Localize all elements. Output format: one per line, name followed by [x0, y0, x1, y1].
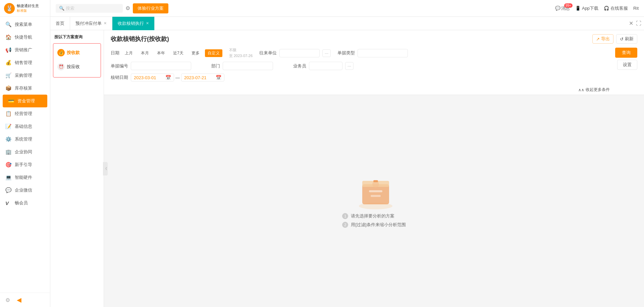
- sidebar-footer: ⚙ ◀: [0, 293, 50, 307]
- sidebar-item-operation[interactable]: 📋 经营管理: [0, 107, 50, 120]
- tabs-bar: 首页 预付冲应付单 ✕ 收款核销执行 ✕ ✕ ⛶: [50, 17, 644, 30]
- collection-icon: 💰: [57, 49, 65, 56]
- collapse-sidebar-btn[interactable]: ◀: [17, 296, 21, 304]
- tab-prepay-close[interactable]: ✕: [104, 21, 107, 25]
- basic-icon: 📝: [5, 123, 12, 130]
- sales-icon: 💰: [5, 60, 12, 66]
- left-panel-title: 按以下方案查询: [53, 34, 101, 40]
- sidebar: 🐰 畅捷通好生意 标准版 🔍 搜索菜单 🏠 快捷导航 📢 营销推广 💰 销售管理…: [0, 0, 50, 307]
- sidebar-item-search[interactable]: 🔍 搜索菜单: [0, 18, 50, 31]
- topbar: 🔍 搜索 ⚙ 体验行业方案 💬 消息 99+ 📱 App下载 🎧 在线客服 Ri…: [50, 0, 644, 17]
- sidebar-item-guide[interactable]: 🎯 新手引导: [0, 158, 50, 171]
- salesperson-dots-btn[interactable]: ···: [345, 62, 354, 70]
- sidebar-item-sales[interactable]: 💰 销售管理: [0, 56, 50, 69]
- setting-btn[interactable]: 设置: [617, 60, 637, 70]
- user-name: Rit: [633, 6, 639, 11]
- tab-expand-icon[interactable]: ⛶: [636, 20, 641, 27]
- topbar-gear-icon[interactable]: ⚙: [125, 5, 130, 11]
- sidebar-item-basic[interactable]: 📝 基础信息: [0, 120, 50, 133]
- export-btn[interactable]: ↗ 导出: [592, 34, 613, 44]
- sidebar-item-system[interactable]: ⚙️ 系统管理: [0, 133, 50, 146]
- counterparty-label: 往来单位: [259, 50, 277, 56]
- data-area: 1 请先选择要分析的方案 2 用[过滤]条件来缩小分析范围: [104, 95, 644, 307]
- calendar-start-icon[interactable]: 📅: [165, 75, 171, 80]
- hardware-icon: 💻: [5, 174, 12, 181]
- filter-actions: 查询 设置: [610, 48, 637, 70]
- query-btn[interactable]: 查询: [615, 48, 637, 58]
- tabs-actions: ✕ ⛶: [629, 20, 644, 27]
- tab-close-icon[interactable]: ✕: [629, 20, 633, 27]
- this-month-btn[interactable]: 本月: [138, 49, 152, 57]
- filter-by-collection[interactable]: 💰 按收款: [55, 46, 99, 59]
- user-area[interactable]: Rit: [633, 6, 639, 11]
- counterparty-input[interactable]: [279, 49, 320, 57]
- industry-btn[interactable]: 体验行业方案: [133, 3, 168, 13]
- dept-select[interactable]: [223, 62, 273, 70]
- sidebar-item-hardware[interactable]: 💻 智能硬件: [0, 171, 50, 184]
- filter-panel-box: 💰 按收款 ⏰ 按应收: [53, 43, 101, 78]
- write-off-start-input[interactable]: [134, 75, 164, 80]
- sidebar-item-quick-nav[interactable]: 🏠 快捷导航: [0, 31, 50, 44]
- sidebar-item-marketing[interactable]: 📢 营销推广: [0, 44, 50, 56]
- refresh-btn[interactable]: ↺ 刷新: [616, 34, 637, 44]
- hint-item-1: 1 请先选择要分析的方案: [342, 213, 406, 219]
- svg-rect-6: [373, 180, 378, 182]
- logo-icon: 🐰: [4, 3, 15, 14]
- doc-no-input[interactable]: [131, 62, 191, 70]
- page-title: 收款核销执行(按收款): [111, 35, 169, 43]
- content-area: 按以下方案查询 💰 按收款 ⏰ 按应收 《 收款核销执行(按收款): [50, 30, 644, 307]
- filter-by-receivable[interactable]: ⏰ 按应收: [55, 60, 99, 73]
- last-month-btn[interactable]: 上月: [122, 49, 136, 57]
- last-7-days-btn[interactable]: 近7天: [170, 49, 186, 57]
- topbar-search-area[interactable]: 🔍 搜索: [56, 4, 123, 13]
- write-off-start-field: 📅: [131, 73, 174, 82]
- tab-collection-close[interactable]: ✕: [146, 21, 149, 25]
- filter-row-3: 核销日期 📅 —: [111, 73, 610, 82]
- online-service-btn[interactable]: 🎧 在线客服: [604, 5, 628, 11]
- logo-area: 🐰 畅捷通好生意 标准版: [0, 0, 50, 17]
- this-year-btn[interactable]: 本年: [154, 49, 168, 57]
- salesperson-input[interactable]: [309, 62, 342, 70]
- service-icon: 🎧: [604, 6, 609, 11]
- panel-collapse-arrow[interactable]: 《: [103, 162, 108, 175]
- message-icon: 💬: [555, 6, 560, 11]
- custom-date-btn[interactable]: 自定义: [205, 49, 222, 57]
- page-actions: ↗ 导出 ↺ 刷新: [592, 34, 637, 44]
- sidebar-item-enterprise[interactable]: 🏢 企业协同: [0, 146, 50, 158]
- app-download-btn[interactable]: 📱 App下载: [575, 5, 598, 11]
- collapse-more-btn[interactable]: ∧∧ 收起更多条件: [111, 85, 610, 95]
- filter-row-1: 日期 上月 本月 本年 近7天 更多 自定义 不限: [111, 48, 610, 58]
- tab-home[interactable]: 首页: [50, 17, 70, 30]
- sidebar-item-member[interactable]: V 畅会员: [0, 197, 50, 209]
- sidebar-nav: 🔍 搜索菜单 🏠 快捷导航 📢 营销推广 💰 销售管理 🛒 采购管理 📦 库存核…: [0, 17, 50, 293]
- write-off-date-label: 核销日期: [111, 74, 128, 81]
- write-off-end-input[interactable]: [184, 75, 214, 80]
- sidebar-item-purchase[interactable]: 🛒 采购管理: [0, 69, 50, 82]
- logo-sub: 标准版: [17, 8, 39, 13]
- message-btn[interactable]: 💬 消息 99+: [555, 5, 570, 11]
- inventory-icon: 📦: [5, 85, 12, 91]
- sidebar-item-finance[interactable]: 💳 资金管理: [3, 95, 47, 107]
- counterparty-group: 往来单位 ···: [259, 49, 331, 57]
- sidebar-item-wechat[interactable]: 💬 企业微信: [0, 184, 50, 197]
- salesperson-label: 业务员: [293, 63, 306, 69]
- purchase-icon: 🛒: [5, 72, 12, 79]
- home-icon: 🏠: [5, 34, 12, 40]
- doc-type-select[interactable]: [358, 49, 408, 57]
- no-limit-area: 不限 至 2023-07-26: [229, 48, 253, 58]
- tab-collection[interactable]: 收款核销执行 ✕: [112, 17, 155, 30]
- message-badge: 99+: [564, 3, 573, 8]
- refresh-icon: ↺: [620, 37, 624, 42]
- empty-illustration: [354, 174, 394, 208]
- right-content: 收款核销执行(按收款) ↗ 导出 ↺ 刷新: [104, 30, 644, 307]
- salesperson-group: 业务员 ···: [293, 62, 354, 70]
- settings-icon[interactable]: ⚙: [5, 297, 10, 303]
- operation-icon: 📋: [5, 111, 12, 117]
- counterparty-dots-btn[interactable]: ···: [322, 49, 331, 57]
- more-date-btn[interactable]: 更多: [189, 49, 202, 57]
- sidebar-item-inventory[interactable]: 📦 库存核算: [0, 82, 50, 95]
- tab-prepay[interactable]: 预付冲应付单 ✕: [70, 17, 112, 30]
- doc-no-label: 单据编号: [111, 63, 128, 69]
- receivable-icon: ⏰: [57, 63, 65, 70]
- calendar-end-icon[interactable]: 📅: [216, 75, 221, 80]
